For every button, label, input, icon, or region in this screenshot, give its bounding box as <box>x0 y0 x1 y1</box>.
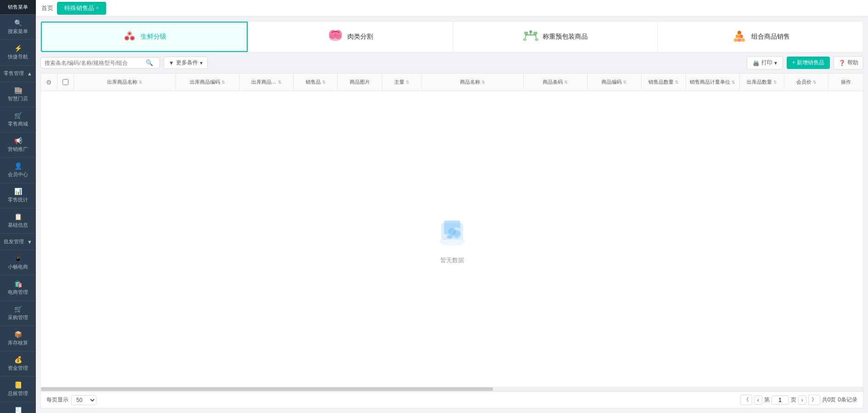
sidebar-item-ledger[interactable]: 📒 总账管理 <box>0 377 36 402</box>
scale-prepack-label: 称重预包装商品 <box>543 33 588 41</box>
help-label: 帮助 <box>847 59 858 67</box>
purchase-mgmt-icon: 🛒 <box>14 305 22 313</box>
sidebar-item-ecommerce-mgmt[interactable]: 🛍️ 电商管理 <box>0 275 36 301</box>
filter-button[interactable]: ▼ 更多条件 ▾ <box>164 57 208 69</box>
th-out-qty-label: 出库品数量 <box>747 79 772 86</box>
svg-point-5 <box>129 33 130 34</box>
svg-point-14 <box>523 38 527 41</box>
th-action: 操作 <box>828 74 863 91</box>
sidebar-item-finance[interactable]: 💰 资金管理 <box>0 351 36 377</box>
tab-meat-cut[interactable]: 肉类分割 <box>248 22 453 52</box>
search-box[interactable]: 🔍 <box>40 57 160 69</box>
print-arrow-icon: ▾ <box>774 60 777 66</box>
th-main-qty-label: 主量 <box>394 79 404 86</box>
th-barcode-sort-icon[interactable]: ⇅ <box>564 80 568 85</box>
sidebar-item-retail-stats[interactable]: 📊 零售统计 <box>0 183 36 208</box>
page-size-select[interactable]: 50 10 20 100 <box>71 395 96 405</box>
smart-store-icon: 🏬 <box>14 86 22 94</box>
tab-close-icon[interactable]: × <box>96 6 99 11</box>
first-page-button[interactable]: 《 <box>740 395 752 405</box>
horizontal-scrollbar[interactable] <box>41 387 863 391</box>
active-tab[interactable]: 特殊销售品 × <box>57 2 106 15</box>
new-sale-product-button[interactable]: + 新增销售品 <box>787 57 830 69</box>
sidebar-item-label: 智慧门店 <box>8 95 28 102</box>
prev-page-button[interactable]: ‹ <box>754 396 762 405</box>
sidebar-item-wholesale-mgmt[interactable]: 批发管理 ▼ <box>0 234 36 250</box>
search-input[interactable] <box>45 60 146 66</box>
tab-scale-prepack[interactable]: 称重预包装商品 <box>453 22 658 52</box>
sidebar-item-marketing[interactable]: 📢 营销推广 <box>0 132 36 158</box>
th-product-name-sort-icon[interactable]: ⇅ <box>482 80 485 85</box>
th-sale-sort-icon[interactable]: ⇅ <box>322 80 326 85</box>
th-out-qty-sort-icon[interactable]: ⇅ <box>773 80 777 85</box>
help-icon: ❓ <box>839 60 845 66</box>
sidebar-item-label: 库存核算 <box>8 339 28 346</box>
scroll-thumb[interactable] <box>41 387 493 391</box>
svg-point-22 <box>739 34 743 38</box>
th-main-sort-icon[interactable]: ⇅ <box>406 80 409 85</box>
th-sale-qty: 销售品数量 ⇅ <box>641 74 686 91</box>
filter-label: 更多条件 <box>176 59 198 67</box>
th-member-price-label: 会员价 <box>796 79 811 86</box>
th-out-code-sort-icon[interactable]: ⇅ <box>221 80 225 85</box>
help-button[interactable]: ❓ 帮助 <box>834 56 863 69</box>
ecommerce-mgmt-icon: 🛍️ <box>14 280 22 287</box>
svg-point-18 <box>734 38 738 42</box>
meat-cut-icon <box>327 28 344 46</box>
print-button[interactable]: 🖨️ 打印 ▾ <box>747 56 783 69</box>
sidebar-item-label: 电商管理 <box>8 289 28 296</box>
th-sale-qty-sort-icon[interactable]: ⇅ <box>675 80 679 85</box>
sidebar-item-basic-info-1[interactable]: 📋 基础信息 <box>0 208 36 234</box>
th-member-price: 会员价 ⇅ <box>784 74 829 91</box>
table-header: ⚙ 出库商品名称 ⇅ 出库商品编码 ⇅ 出库商品… ⇅ 销 <box>41 74 863 91</box>
page-content: 生鲜分级 肉类分割 <box>36 17 868 413</box>
sidebar-item-inventory[interactable]: 📦 库存核算 <box>0 326 36 351</box>
table-settings-icon[interactable]: ⚙ <box>46 79 52 86</box>
sidebar-item-label: 会员中心 <box>8 171 28 178</box>
retail-mall-icon: 🛒 <box>14 112 22 119</box>
svg-point-15 <box>535 38 539 41</box>
sidebar-item-retail-mall[interactable]: 🛒 零售商城 <box>0 107 36 132</box>
sidebar-item-purchase-mgmt[interactable]: 🛒 采购管理 <box>0 301 36 326</box>
sidebar-item-quick-nav[interactable]: ⚡ 快捷导航 <box>0 40 36 65</box>
sidebar-item-member-center[interactable]: 👤 会员中心 <box>0 158 36 183</box>
th-sku-code-label: 商品编码 <box>601 79 622 86</box>
next-page-button[interactable]: › <box>798 396 806 405</box>
select-all-checkbox[interactable] <box>62 79 68 85</box>
wholesale-mgmt-arrow-icon: ▼ <box>27 239 32 245</box>
th-check[interactable] <box>57 74 74 91</box>
th-sku-sort-icon[interactable]: ⇅ <box>623 80 627 85</box>
sidebar-item-label: 快捷导航 <box>8 53 28 60</box>
svg-point-30 <box>447 235 453 238</box>
sidebar-item-mini-app[interactable]: 📱 小畅电商 <box>0 250 36 275</box>
active-tab-label: 特殊销售品 <box>64 4 94 12</box>
data-table: ⚙ 出库商品名称 ⇅ 出库商品编码 ⇅ 出库商品… ⇅ 销 <box>40 73 863 408</box>
main-content: 首页 特殊销售品 × 生鲜分级 <box>36 0 868 413</box>
empty-state-icon <box>434 214 471 251</box>
ledger-icon: 📒 <box>14 381 22 389</box>
tab-combo-sale[interactable]: 组合商品销售 <box>658 22 863 52</box>
last-page-button[interactable]: 》 <box>808 395 820 405</box>
sidebar-item-invoice-mgmt[interactable]: 🧾 发票管理 <box>0 402 36 413</box>
th-out-name-sort-icon[interactable]: ⇅ <box>139 80 142 85</box>
breadcrumb-home[interactable]: 首页 <box>41 4 53 12</box>
th-settings[interactable]: ⚙ <box>41 74 57 91</box>
tab-fresh-grade[interactable]: 生鲜分级 <box>41 22 248 52</box>
sidebar-item-smart-store[interactable]: 🏬 智慧门店 <box>0 82 36 107</box>
page-number-input[interactable] <box>772 396 789 405</box>
th-unit-sort-icon[interactable]: ⇅ <box>732 80 735 85</box>
th-member-price-sort-icon[interactable]: ⇅ <box>813 80 817 85</box>
th-out-code-label: 出库商品编码 <box>190 79 220 86</box>
sidebar-item-retail-mgmt[interactable]: 零售管理 ▲ <box>0 65 36 82</box>
marketing-icon: 📢 <box>14 137 22 144</box>
pagination-right: 《 ‹ 第 页 › 》 共0页 0条记录 <box>740 395 857 405</box>
page-size-label: 每页显示 <box>46 396 68 404</box>
th-product-name: 商品名称 ⇅ <box>422 74 524 91</box>
th-out-product-sort-icon[interactable]: ⇅ <box>278 80 282 85</box>
member-center-icon: 👤 <box>14 162 22 170</box>
scale-prepack-icon <box>522 28 539 46</box>
search-icon[interactable]: 🔍 <box>146 59 153 66</box>
sidebar-item-label: 基础信息 <box>8 222 28 229</box>
sidebar-item-search-menu[interactable]: 🔍 搜索菜单 <box>0 15 36 40</box>
page-label-before: 第 <box>764 396 770 404</box>
